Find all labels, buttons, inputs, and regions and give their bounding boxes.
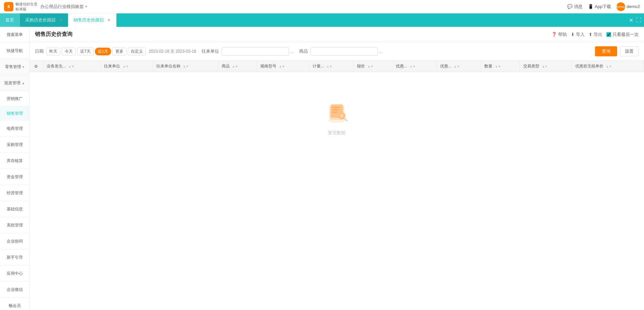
logo-text: 畅捷信好生意 标准版 bbox=[15, 2, 38, 11]
message-btn[interactable]: 💬 消息 bbox=[567, 4, 583, 10]
user-avatar-btn[interactable]: demo2 demo2 bbox=[616, 2, 640, 11]
col-product[interactable]: 商品 ▲▼ bbox=[218, 61, 257, 72]
date-label: 日期 bbox=[35, 48, 44, 54]
date-filter-group: 日期 昨天 今天 近7天 近1月 更多 自定义 2023-02-18 至 202… bbox=[35, 48, 196, 55]
svg-rect-3 bbox=[332, 107, 340, 108]
doc-title-chevron[interactable]: ▾ bbox=[85, 4, 87, 9]
svg-rect-5 bbox=[332, 112, 337, 113]
data-table: ⚙ 业务发生... ▲▼ 往来单位 ▲▼ 往来单位名称 ▲▼ bbox=[30, 61, 644, 72]
home-label: 首页 bbox=[5, 17, 14, 23]
sort-icon-trade-type: ▲▼ bbox=[542, 65, 548, 68]
tab-close-all-icon[interactable]: ✕ bbox=[629, 17, 633, 23]
main-layout: 搜索菜单 快捷导航 零售管理 ▾ 批发管理 ▲ 营销推广 销售管理 电商管理 采… bbox=[0, 27, 644, 310]
date-range-text: 2023-02-18 至 2023-03-18 bbox=[149, 49, 196, 54]
logo-icon: 6 bbox=[4, 2, 13, 11]
logo-area: 6 畅捷信好生意 标准版 bbox=[4, 2, 38, 11]
tab-home[interactable]: 首页 bbox=[0, 13, 20, 27]
table-container: ⚙ 业务发生... ▲▼ 往来单位 ▲▼ 往来单位名称 ▲▼ bbox=[30, 61, 644, 310]
col-discount2[interactable]: 优惠... ▲▼ bbox=[436, 61, 481, 72]
tab-purchase-history[interactable]: 采购历史价跟踪 ✕ bbox=[20, 13, 68, 27]
export-btn[interactable]: ⬆ 导出 bbox=[589, 32, 602, 38]
filter-actions: 查询 设置 bbox=[595, 46, 639, 56]
date-btn-last1month[interactable]: 近1月 bbox=[95, 48, 111, 55]
tab-fullscreen-icon[interactable]: ⛶ bbox=[636, 17, 641, 23]
col-counterparty-name[interactable]: 往来单位名称 ▲▼ bbox=[153, 61, 218, 72]
counterparty-input[interactable] bbox=[222, 47, 289, 56]
sort-icon-discount1: ▲▼ bbox=[410, 65, 416, 68]
product-input-wrap: ... bbox=[311, 47, 383, 56]
product-filter-group: 商品 ... bbox=[299, 47, 383, 56]
message-icon: 💬 bbox=[567, 4, 573, 9]
date-btn-yesterday[interactable]: 昨天 bbox=[46, 48, 60, 55]
sort-icon-quantity: ▲▼ bbox=[495, 65, 501, 68]
app-icon: 📱 bbox=[588, 4, 593, 9]
sidebar-item-purchase-mgmt[interactable]: 采购管理 bbox=[0, 137, 29, 153]
only-last-checkbox[interactable] bbox=[606, 32, 611, 37]
sidebar-item-new-user-guide[interactable]: 新手引导 bbox=[0, 250, 29, 266]
top-bar-right: 💬 消息 📱 App下载 demo2 demo2 bbox=[567, 2, 640, 11]
setting-button[interactable]: 设置 bbox=[620, 46, 639, 56]
col-pre-tax-price[interactable]: 优惠前无税单价 ▲▼ bbox=[572, 61, 644, 72]
top-bar-doc-title: 办公用品行业模拟账套 ▾ bbox=[40, 4, 87, 10]
col-quoted-price[interactable]: 报价 ▲▼ bbox=[353, 61, 392, 72]
sort-icon-counterparty-name: ▲▼ bbox=[183, 65, 189, 68]
tab-sales-history-close[interactable]: ✕ bbox=[107, 18, 111, 22]
sort-icon-spec: ▲▼ bbox=[279, 65, 285, 68]
wholesale-mgmt-arrow: ▲ bbox=[22, 81, 25, 85]
product-ellipsis[interactable]: ... bbox=[379, 49, 383, 54]
svg-rect-4 bbox=[332, 109, 339, 110]
date-btn-last7days[interactable]: 近7天 bbox=[77, 48, 94, 55]
product-label: 商品 bbox=[299, 48, 308, 54]
sidebar-item-system-mgmt[interactable]: 系统管理 bbox=[0, 217, 29, 234]
col-unit[interactable]: 计量... ▲▼ bbox=[309, 61, 353, 72]
sidebar-item-wholesale-mgmt[interactable]: 批发管理 ▲ bbox=[0, 75, 29, 91]
col-biz-date[interactable]: 业务发生... ▲▼ bbox=[43, 61, 101, 72]
tab-sales-history[interactable]: 销售历史价跟踪 ✕ bbox=[68, 13, 116, 27]
sidebar-item-marketing[interactable]: 营销推广 bbox=[0, 91, 29, 106]
sidebar: 搜索菜单 快捷导航 零售管理 ▾ 批发管理 ▲ 营销推广 销售管理 电商管理 采… bbox=[0, 27, 30, 310]
content-area: 销售历史价查询 ❓ 帮助 ⬇ 导入 ⬆ 导出 bbox=[30, 27, 644, 310]
sidebar-item-finance-mgmt[interactable]: 资金管理 bbox=[0, 169, 29, 185]
tab-purchase-history-close[interactable]: ✕ bbox=[59, 18, 62, 22]
import-btn[interactable]: ⬇ 导入 bbox=[571, 32, 585, 38]
sidebar-item-quick-nav[interactable]: 快捷导航 bbox=[0, 43, 29, 59]
app-download-btn[interactable]: 📱 App下载 bbox=[588, 4, 611, 10]
product-input[interactable] bbox=[311, 47, 378, 56]
sort-icon-quoted-price: ▲▼ bbox=[367, 65, 373, 68]
query-button[interactable]: 查询 bbox=[595, 46, 617, 56]
col-settings: ⚙ bbox=[30, 61, 43, 72]
help-btn[interactable]: ❓ 帮助 bbox=[551, 32, 567, 38]
sidebar-item-enterprise-wechat[interactable]: 企业微信 bbox=[0, 282, 29, 298]
col-counterparty-id[interactable]: 往来单位 ▲▼ bbox=[101, 61, 153, 72]
page-title-row: 销售历史价查询 ❓ 帮助 ⬇ 导入 ⬆ 导出 bbox=[35, 31, 639, 38]
retail-mgmt-arrow: ▾ bbox=[22, 65, 24, 69]
sidebar-item-basic-info[interactable]: 基础信息 bbox=[0, 201, 29, 217]
tab-bar-end: ✕ ⛶ bbox=[629, 13, 644, 27]
col-discount1[interactable]: 优惠... ▲▼ bbox=[392, 61, 436, 72]
date-btn-more[interactable]: 更多 bbox=[112, 48, 126, 55]
settings-icon[interactable]: ⚙ bbox=[34, 64, 38, 69]
sidebar-item-sales-mgmt[interactable]: 销售管理 bbox=[0, 106, 29, 121]
col-quantity[interactable]: 数量 ▲▼ bbox=[481, 61, 520, 72]
sidebar-item-enterprise-agreement[interactable]: 企业协同 bbox=[0, 234, 29, 250]
sidebar-item-search-menu[interactable]: 搜索菜单 bbox=[0, 27, 29, 43]
sidebar-item-ecommerce-mgmt[interactable]: 电商管理 bbox=[0, 121, 29, 137]
date-btn-today[interactable]: 今天 bbox=[62, 48, 76, 55]
col-spec[interactable]: 规格型号 ▲▼ bbox=[257, 61, 309, 72]
col-trade-type[interactable]: 交易类型 ▲▼ bbox=[520, 61, 572, 72]
sidebar-item-app-center[interactable]: 应用中心 bbox=[0, 266, 29, 282]
import-icon: ⬇ bbox=[571, 32, 575, 37]
sidebar-item-inventory[interactable]: 库存核算 bbox=[0, 153, 29, 169]
empty-icon bbox=[323, 99, 350, 126]
counterparty-ellipsis[interactable]: ... bbox=[290, 49, 294, 54]
counterparty-label: 往来单位 bbox=[202, 48, 219, 54]
sidebar-item-retail-mgmt[interactable]: 零售管理 ▾ bbox=[0, 59, 29, 75]
counterparty-input-wrap: ... bbox=[222, 47, 294, 56]
counterparty-filter-group: 往来单位 ... bbox=[202, 47, 294, 56]
avatar: demo2 bbox=[616, 2, 625, 11]
sidebar-item-operations-mgmt[interactable]: 经营管理 bbox=[0, 185, 29, 201]
only-last-wrap: 只看最后一次 bbox=[606, 32, 639, 38]
sidebar-item-member[interactable]: 畅会员 bbox=[0, 298, 29, 310]
date-btn-custom[interactable]: 自定义 bbox=[128, 48, 146, 55]
page-title: 销售历史价查询 bbox=[35, 31, 72, 38]
